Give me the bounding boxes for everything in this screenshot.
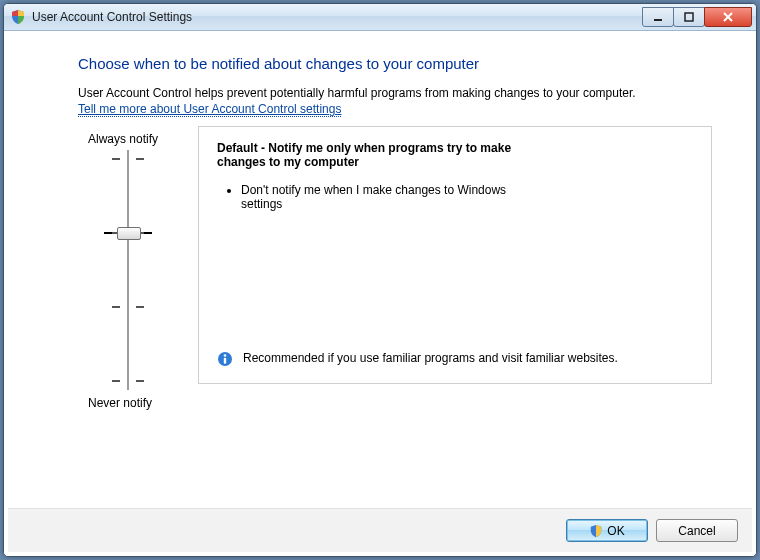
learn-more-link[interactable]: Tell me more about User Account Control …: [78, 102, 341, 117]
level-title: Default - Notify me only when programs t…: [217, 141, 517, 169]
ok-label: OK: [607, 524, 624, 538]
cancel-button[interactable]: Cancel: [656, 519, 738, 542]
shield-icon: [10, 9, 26, 25]
level-description-panel: Default - Notify me only when programs t…: [198, 126, 712, 384]
recommendation-text: Recommended if you use familiar programs…: [243, 351, 618, 365]
svg-rect-4: [224, 358, 226, 364]
dialog-footer: OK Cancel: [8, 508, 752, 552]
shield-icon: [589, 524, 603, 538]
level-bullet: Don't notify me when I make changes to W…: [241, 183, 531, 211]
window-controls: [643, 7, 752, 27]
minimize-button[interactable]: [642, 7, 674, 27]
level-bullets: Don't notify me when I make changes to W…: [223, 183, 695, 211]
ok-button[interactable]: OK: [566, 519, 648, 542]
slider-thumb[interactable]: [117, 227, 141, 240]
close-button[interactable]: [704, 7, 752, 27]
svg-point-3: [224, 354, 227, 357]
uac-level-slider[interactable]: [98, 150, 158, 390]
recommendation-row: Recommended if you use familiar programs…: [217, 351, 695, 367]
svg-rect-0: [654, 19, 662, 21]
maximize-button[interactable]: [673, 7, 705, 27]
client-area: Choose when to be notified about changes…: [4, 31, 756, 556]
intro-text: User Account Control helps prevent poten…: [78, 86, 712, 100]
window-title: User Account Control Settings: [32, 10, 637, 24]
info-icon: [217, 351, 233, 367]
page-heading: Choose when to be notified about changes…: [78, 55, 712, 72]
svg-rect-1: [685, 13, 693, 21]
titlebar[interactable]: User Account Control Settings: [4, 4, 756, 31]
uac-settings-window: User Account Control Settings Choose whe…: [3, 3, 757, 557]
slider-bottom-label: Never notify: [88, 396, 198, 410]
cancel-label: Cancel: [678, 524, 715, 538]
slider-top-label: Always notify: [88, 132, 198, 146]
